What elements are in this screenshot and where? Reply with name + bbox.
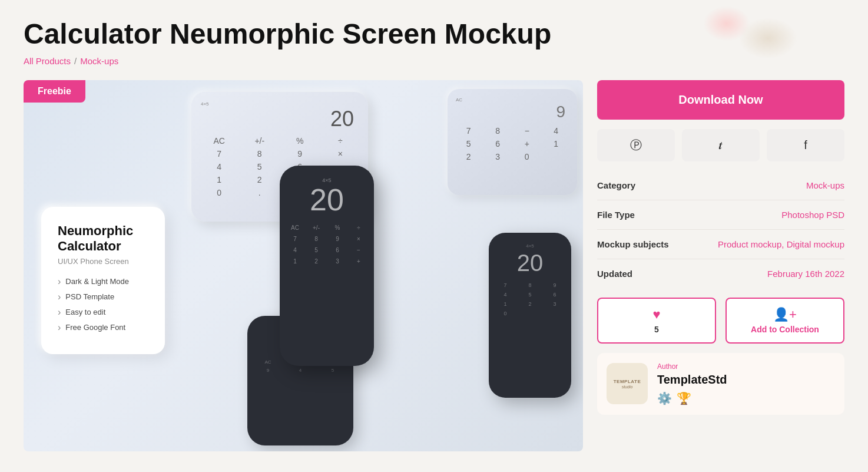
breadcrumb: All Products / Mock-ups: [24, 56, 844, 66]
trophy-badge-icon: 🏆: [677, 391, 691, 405]
calc-grid-label-top: 4×5: [201, 101, 359, 107]
calc-info-subtitle: UI/UX Phone Screen: [58, 257, 148, 266]
phone-key: 7: [287, 236, 303, 242]
calc-key: 1: [201, 175, 238, 184]
phone-key: ×: [350, 236, 367, 242]
calc-key: 8: [485, 126, 511, 136]
phone-key: 2: [519, 301, 541, 307]
verified-badge-icon: ⚙️: [657, 391, 672, 405]
calc-feature-3: Easy to edit: [58, 307, 148, 318]
meta-row-subjects: Mockup subjects Product mockup, Digital …: [597, 229, 844, 259]
calc-key: 8: [241, 149, 279, 159]
updated-key: Updated: [597, 259, 708, 288]
phone-key: 6: [329, 247, 346, 253]
breadcrumb-category[interactable]: Mock-ups: [80, 56, 118, 66]
pinterest-button[interactable]: Ⓟ: [597, 129, 675, 161]
phone-key: 8: [308, 236, 324, 242]
facebook-icon: f: [804, 138, 807, 151]
calc-key: 7: [456, 126, 482, 136]
right-panel: Download Now Ⓟ 𝒕 f Category Mock-ups: [597, 80, 844, 415]
twitter-button[interactable]: 𝒕: [682, 129, 760, 161]
category-key: Category: [597, 171, 708, 200]
breadcrumb-all-products[interactable]: All Products: [24, 56, 71, 66]
calc-key: 7: [201, 149, 238, 159]
calc-key: +/-: [241, 136, 279, 146]
download-button[interactable]: Download Now: [597, 80, 844, 120]
phone-dark-right: 4×5 20 7 8 9 4 5 6 1 2 3 0: [489, 233, 571, 398]
meta-table: Category Mock-ups File Type Photoshop PS…: [597, 171, 844, 288]
calc-key: 2: [241, 175, 279, 184]
author-avatar: TEMPLATE studio: [607, 363, 648, 404]
phone-grid-right: 7 8 9 4 5 6 1 2 3 0: [495, 282, 565, 316]
meta-row-updated: Updated February 16th 2022: [597, 259, 844, 288]
calc-key: .: [241, 188, 279, 197]
phone-key: ÷: [350, 225, 367, 231]
add-to-collection-button[interactable]: 👤+ Add to Collection: [725, 298, 844, 344]
phone-label-right: 4×5: [526, 243, 534, 249]
page-wrapper: Calculator Neumorphic Screen Mockup All …: [0, 0, 868, 472]
author-badges: ⚙️ 🏆: [657, 391, 727, 405]
filetype-value: Photoshop PSD: [708, 200, 844, 229]
calc-key: 0: [201, 188, 238, 197]
calc-info-title: Neumorphic Calculator: [58, 223, 148, 255]
calc-feature-2: PSD Template: [58, 292, 148, 302]
phone-dark-center: 4×5 20 AC +/- % ÷ 7 8 9 × 4 5 6 −: [280, 166, 374, 366]
calc-key: AC: [201, 136, 238, 146]
phone-key: 1: [495, 301, 516, 307]
content-area: Freebie 4×5 20 AC +/- % ÷ 7 8 9 × 4: [24, 80, 844, 451]
subjects-key: Mockup subjects: [597, 229, 708, 259]
freebie-badge: Freebie: [24, 80, 85, 103]
phone-key: 0: [495, 311, 516, 316]
calc-key: −: [514, 126, 540, 136]
social-row: Ⓟ 𝒕 f: [597, 129, 844, 161]
like-button[interactable]: ♥ 5: [597, 298, 716, 344]
like-count: 5: [654, 325, 659, 334]
breadcrumb-separator: /: [74, 56, 77, 66]
calc-big-number-right: 9: [456, 103, 569, 121]
calc-key: 4: [544, 126, 569, 136]
calc-grid-label-right: AC: [456, 97, 569, 103]
facebook-button[interactable]: f: [767, 129, 844, 161]
calc-key: 5: [456, 139, 482, 148]
phone-key: AC: [287, 225, 303, 231]
avatar-text-studio: studio: [622, 385, 633, 389]
calc-white-right: AC 9 7 8 − 4 5 6 + 1 2 3 0: [448, 89, 577, 195]
avatar-text-template: TEMPLATE: [614, 379, 641, 385]
calc-key: 6: [485, 139, 511, 148]
calc-key: 5: [241, 162, 279, 171]
subjects-value: Product mockup, Digital mockup: [708, 229, 844, 259]
phone-key: 5: [308, 247, 324, 253]
phone-key: 4: [286, 368, 315, 373]
author-info: Author TemplateStd ⚙️ 🏆: [657, 362, 727, 405]
heart-icon: ♥: [652, 307, 660, 322]
twitter-icon: 𝒕: [719, 138, 723, 151]
collection-label: Add to Collection: [751, 325, 819, 334]
calc-key: 4: [201, 162, 238, 171]
phone-grid-center: AC +/- % ÷ 7 8 9 × 4 5 6 − 1 2 3: [287, 225, 367, 265]
phone-key: 3: [329, 258, 346, 265]
pinterest-icon: Ⓟ: [630, 138, 642, 151]
phone-key: 5: [519, 292, 541, 298]
calc-key: ×: [322, 149, 359, 159]
meta-row-filetype: File Type Photoshop PSD: [597, 200, 844, 229]
phone-key: 9: [544, 282, 565, 288]
category-value[interactable]: Mock-ups: [708, 171, 844, 200]
filetype-key: File Type: [597, 200, 708, 229]
phone-key: 3: [544, 301, 565, 307]
phone-key: AC: [253, 359, 283, 365]
phone-key: 9: [329, 236, 346, 242]
phone-key: 6: [544, 292, 565, 298]
phone-key: +: [350, 258, 367, 265]
add-collection-icon: 👤+: [773, 307, 797, 322]
phone-key: 1: [287, 258, 303, 265]
calc-key: ÷: [322, 136, 359, 146]
mockup-background: 4×5 20 AC +/- % ÷ 7 8 9 × 4 5 6 −: [24, 80, 583, 451]
calc-feature-1: Dark & Light Mode: [58, 276, 148, 287]
image-section: Freebie 4×5 20 AC +/- % ÷ 7 8 9 × 4: [24, 80, 583, 451]
page-title: Calculator Neumorphic Screen Mockup: [24, 19, 844, 50]
calc-key: +: [514, 139, 540, 148]
author-name[interactable]: TemplateStd: [657, 373, 727, 387]
action-row: ♥ 5 👤+ Add to Collection: [597, 298, 844, 344]
calc-key: 3: [485, 152, 511, 161]
calc-key: 1: [544, 139, 569, 148]
